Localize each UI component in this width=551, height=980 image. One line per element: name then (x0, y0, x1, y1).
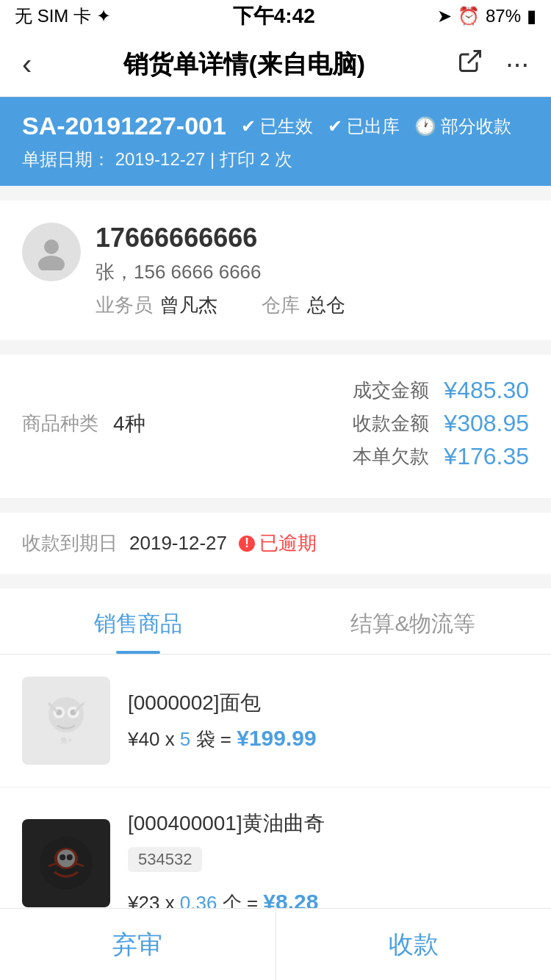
more-button[interactable]: ··· (505, 48, 529, 80)
status-badge-active: ✔ 已生效 (241, 115, 313, 138)
owed-label: 本单欠款 (353, 444, 429, 469)
svg-point-11 (60, 854, 65, 860)
salesperson-label: 业务员 (96, 292, 153, 318)
cancel-button[interactable]: 弃审 (0, 909, 276, 980)
order-header: SA-20191227-001 ✔ 已生效 ✔ 已出库 🕐 部分收款 单据日期：… (0, 97, 551, 186)
stats-section: 商品种类 4种 成交金额 ¥485.30 收款金额 ¥308.95 本单欠款 ¥… (0, 355, 551, 498)
product-name-1: [0000002]面包 (128, 689, 529, 717)
alarm-icon: ⏰ (458, 6, 480, 26)
warehouse-value: 总仓 (307, 292, 345, 318)
tab-products[interactable]: 销售商品 (0, 588, 276, 654)
received-label: 收款金额 (353, 411, 429, 436)
share-button[interactable] (457, 48, 483, 81)
due-date-value: 2019-12-27 (129, 532, 227, 555)
tab-settlement[interactable]: 结算&物流等 (276, 588, 551, 654)
owed-value: ¥176.35 (444, 443, 529, 470)
product-info-1: [0000002]面包 ¥40 x 5 袋 = ¥199.99 (128, 689, 529, 752)
customer-info: 17666666666 张，156 6666 6666 业务员 曾凡杰 仓库 总… (96, 223, 529, 318)
overdue-text: 已逾期 (259, 530, 317, 556)
warehouse-label: 仓库 (262, 292, 300, 318)
customer-meta: 业务员 曾凡杰 仓库 总仓 (96, 292, 529, 318)
category-value: 4种 (113, 410, 145, 438)
nav-bar: ‹ 销货单详情(来自电脑) ··· (0, 32, 551, 97)
svg-point-12 (67, 854, 73, 860)
order-id: SA-20191227-001 (22, 112, 226, 140)
print-info: | 打印 2 次 (210, 149, 292, 169)
status-time: 下午4:42 (233, 2, 315, 30)
product-info-2: [000400001]黄油曲奇 534532 ¥23 x 0.36 个 = ¥8… (128, 810, 529, 916)
deal-amount-label: 成交金额 (353, 378, 429, 403)
status-right: ➤ ⏰ 87% ▮ (437, 6, 536, 26)
customer-phone: 张，156 6666 6666 (96, 259, 529, 285)
svg-point-0 (44, 239, 59, 254)
due-date-section: 收款到期日 2019-12-27 ! 已逾期 (0, 513, 551, 574)
tabs-section: 销售商品 结算&物流等 (0, 588, 551, 655)
status-badge-shipped: ✔ 已出库 (328, 115, 400, 138)
customer-section: 17666666666 张，156 6666 6666 业务员 曾凡杰 仓库 总… (0, 201, 551, 340)
order-date: 2019-12-27 (115, 149, 206, 169)
nav-actions: ··· (457, 48, 529, 81)
check-icon-1: ✔ (241, 116, 256, 137)
check-icon-2: ✔ (328, 116, 342, 137)
due-label: 收款到期日 (22, 530, 118, 556)
location-icon: ➤ (437, 6, 452, 26)
deal-amount-value: ¥485.30 (444, 377, 529, 404)
customer-name: 17666666666 (96, 223, 529, 253)
svg-text:鱼+: 鱼+ (60, 736, 72, 744)
date-label: 单据日期： (22, 149, 110, 169)
product-sku-2: 534532 (128, 847, 202, 872)
clock-icon: 🕐 (414, 116, 436, 137)
status-bar: 无 SIM 卡 ✦ 下午4:42 ➤ ⏰ 87% ▮ (0, 0, 551, 32)
status-left: 无 SIM 卡 ✦ (15, 4, 111, 28)
bottom-bar: 弃审 收款 (0, 908, 551, 980)
signal-text: 无 SIM 卡 ✦ (15, 4, 111, 28)
battery-icon: ▮ (527, 6, 536, 26)
svg-point-1 (38, 256, 65, 270)
products-section: 鱼+ [0000002]面包 ¥40 x 5 袋 = ¥199.99 (0, 655, 551, 939)
product-image-1: 鱼+ (22, 677, 110, 765)
product-item: 鱼+ [0000002]面包 ¥40 x 5 袋 = ¥199.99 (0, 655, 551, 788)
product-price-1: ¥40 x 5 袋 = ¥199.99 (128, 726, 529, 752)
status-badge-partial: 🕐 部分收款 (414, 115, 511, 138)
page-title: 销货单详情(来自电脑) (123, 48, 365, 82)
category-label: 商品种类 (22, 411, 98, 436)
confirm-button[interactable]: 收款 (276, 909, 552, 980)
salesperson-value: 曾凡杰 (160, 292, 217, 318)
overdue-icon: ! (239, 536, 255, 552)
overdue-badge: ! 已逾期 (239, 530, 317, 556)
received-value: ¥308.95 (444, 410, 529, 437)
order-date-info: 单据日期： 2019-12-27 | 打印 2 次 (22, 148, 529, 171)
battery-text: 87% (486, 6, 521, 26)
avatar (22, 223, 81, 281)
product-name-2: [000400001]黄油曲奇 (128, 810, 529, 837)
amount-stats: 成交金额 ¥485.30 收款金额 ¥308.95 本单欠款 ¥176.35 (353, 377, 529, 476)
product-image-2 (22, 819, 110, 907)
back-button[interactable]: ‹ (22, 48, 32, 81)
